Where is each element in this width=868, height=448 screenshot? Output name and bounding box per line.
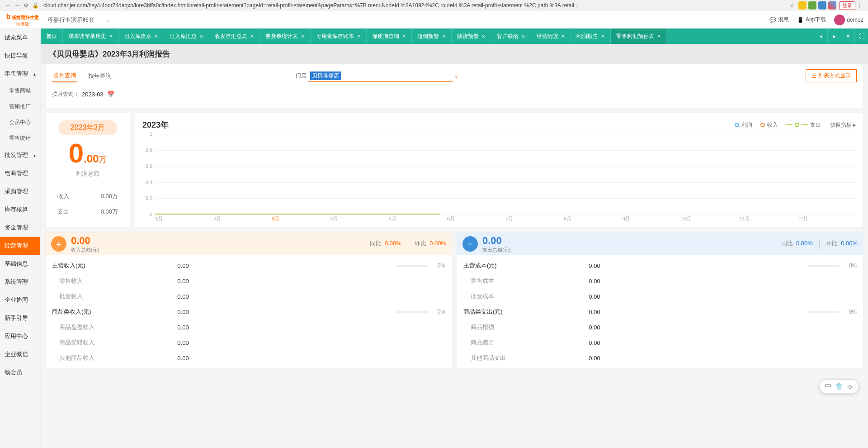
close-icon[interactable]: ✕ [657,33,661,39]
close-icon[interactable]: ✕ [561,33,565,39]
tab[interactable]: 收发存汇总表✕ [209,29,260,44]
sidebar-item[interactable]: 营销推广 [0,99,40,114]
close-icon[interactable]: ✕ [250,33,254,39]
tab[interactable]: 超储预警✕ [412,29,452,44]
tabs-expand-icon[interactable]: ⛶ [854,29,868,44]
table-row: 商品类收入(元)0.000% [52,304,445,319]
sidebar-item[interactable]: 应用中心 [0,327,40,345]
tab[interactable]: 要货单统计表✕ [260,29,311,44]
sidebar-item[interactable]: 畅会员 [0,363,40,381]
close-icon[interactable]: ✕ [521,33,525,39]
sidebar-item[interactable]: 企业微信 [0,345,40,363]
star-icon[interactable]: ☆ [788,2,797,9]
close-icon[interactable]: ✕ [109,33,113,39]
browser-bar: ← → ⟳ 🔒 cloud.chanjet.com/hsy/u4oor74daq… [0,0,868,11]
tab[interactable]: 可用量库存账本✕ [311,29,367,44]
x-tick: 11月 [739,215,797,224]
login-button[interactable]: 登录 [839,1,855,10]
logo: b 畅捷通好生意 标准版 [5,13,41,27]
close-icon[interactable]: ✕ [301,33,305,39]
tab[interactable]: 首页 [41,29,63,44]
close-icon[interactable]: ✕ [357,33,361,39]
message-button[interactable]: 💬消息 [769,16,789,24]
user-button[interactable]: demo2 [834,14,863,25]
x-tick: 5月 [389,215,447,224]
table-row: 商品受赠收入0.00 [52,335,445,350]
chart-card: 2023年 利润收入支出 切换指标 ▸ 00.20.40.60.81 1月2月3… [135,113,863,228]
sidebar-item[interactable]: 零售统计 [0,130,40,146]
url-text[interactable]: cloud.chanjet.com/hsy/u4oor74daqxn/iore3… [40,2,788,9]
ext-icon-2[interactable] [808,1,816,10]
tab[interactable]: 出入库流水✕ [119,29,164,44]
forward-icon[interactable]: → [13,2,22,9]
reload-icon[interactable]: ⟳ [22,2,31,9]
tabs-close-icon[interactable]: ✕ [841,29,854,44]
message-icon: 💬 [769,17,776,23]
legend-item[interactable]: 利润 [735,121,752,129]
x-tick: 6月 [447,215,505,224]
store-value: 贝贝母婴店 [310,71,341,80]
tab[interactable]: 保质期查询✕ [367,29,412,44]
menu-icon[interactable]: ⋮ [855,2,864,9]
tab[interactable]: 利润报告✕ [571,29,611,44]
sidebar-item[interactable]: 新手引导 [0,309,40,327]
phone-icon: 📱 [797,17,804,23]
sidebar-item[interactable]: 资金管理 [0,219,40,237]
x-tick: 9月 [622,215,680,224]
x-tick: 7月 [505,215,564,224]
table-row: 商品赠出0.00 [463,335,857,350]
ext-icon-4[interactable] [828,1,836,10]
close-icon[interactable]: ✕ [481,33,486,39]
profit-total: 0.00万 [46,140,130,167]
store-select[interactable]: 门店 贝贝母婴店 ⌄ [296,71,459,80]
sidebar-item[interactable]: 基础信息 [0,255,40,273]
tab[interactable]: 经营情况✕ [531,29,571,44]
sidebar-item[interactable]: 电商管理 [0,164,40,182]
back-icon[interactable]: ← [4,2,13,9]
month-value: 2023-03 [82,91,104,98]
sidebar-item[interactable]: 零售管理▴ [0,65,40,83]
list-icon: ☰ [811,73,816,79]
close-icon[interactable]: ✕ [199,33,203,39]
x-tick: 1月 [155,215,213,224]
income-label: 收入总额(元) [71,247,99,253]
expense-icon: − [462,236,478,252]
chart-legend: 利润收入支出 [735,121,821,129]
tab[interactable]: 出入库汇总✕ [164,29,209,44]
tab[interactable]: 成本调整单历史✕ [63,29,119,44]
calendar-icon[interactable]: 📅 [107,91,114,98]
sidebar-item[interactable]: 库存核算 [0,200,40,219]
filter-tab-month[interactable]: 按月查询 [52,70,77,82]
tab[interactable]: 客户联络✕ [491,29,531,44]
table-row: 商品报损0.00 [463,319,857,335]
close-icon[interactable]: ✕ [154,33,158,39]
close-icon[interactable]: ✕ [402,33,406,39]
sidebar-item[interactable]: 快捷导航 [0,47,40,65]
legend-item[interactable]: 收入 [760,121,778,129]
sidebar-item[interactable]: 搜索菜单 [0,29,40,47]
account-select[interactable]: 母婴行业演示账套 ⌄ [47,16,111,24]
ext-icon-3[interactable] [818,1,826,10]
sidebar-item[interactable]: 零售商城 [0,83,40,99]
filter-tab-year[interactable]: 按年查询 [87,70,113,82]
ext-icon-1[interactable] [798,1,807,10]
sidebar-item[interactable]: 批发管理▾ [0,146,40,164]
tab[interactable]: 缺货预警✕ [452,29,491,44]
list-view-button[interactable]: ☰列表方式显示 [806,69,857,82]
ime-toolbar[interactable]: 中👕☺ [819,379,859,394]
sidebar-item[interactable]: 经营管理 [0,237,40,255]
sidebar-item[interactable]: 企业协同 [0,291,40,309]
tabs-next-icon[interactable]: ▸ [827,29,841,44]
app-download-button[interactable]: 📱App下载 [797,16,826,24]
shirt-icon: 👕 [835,383,843,390]
tabs-prev-icon[interactable]: ◂ [814,29,827,44]
tab[interactable]: 零售利润预估表✕ [611,29,667,44]
sidebar-item[interactable]: 会员中心 [0,114,40,130]
sidebar-item[interactable]: 系统管理 [0,273,40,291]
switch-indicator-button[interactable]: 切换指标 ▸ [830,121,856,129]
x-tick: 10月 [681,215,739,224]
close-icon[interactable]: ✕ [601,33,605,39]
legend-item[interactable]: 支出 [786,121,821,129]
close-icon[interactable]: ✕ [442,33,446,39]
sidebar-item[interactable]: 采购管理 [0,182,40,200]
